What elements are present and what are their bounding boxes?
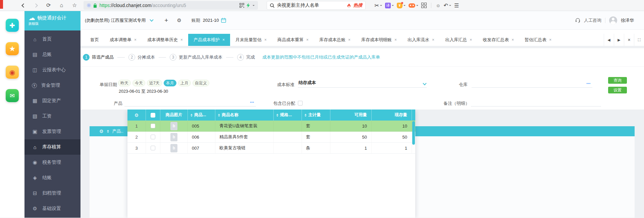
theme-sun-icon[interactable]: ☼ <box>436 2 441 8</box>
step-finish[interactable]: 4完成 <box>237 54 255 61</box>
include-allocated-checkbox[interactable] <box>298 101 303 105</box>
tab-in-out-flow[interactable]: 出入库流水× <box>402 34 440 46</box>
col-available-qty[interactable]: 可用量 <box>355 112 367 118</box>
company-name[interactable]: (勿删勿禁用) 江西服宝测试专用 <box>85 17 146 23</box>
pill-yesterday[interactable]: 昨天 <box>118 80 131 86</box>
tab-in-out-summary[interactable]: 出入库汇总× <box>440 34 477 46</box>
weibo-icon[interactable]: ◉ <box>6 66 19 79</box>
forward-icon[interactable] <box>34 3 38 8</box>
wallet-tool[interactable]: ¥ <box>397 3 406 8</box>
sort-icon[interactable] <box>107 129 109 134</box>
sort-icon[interactable] <box>276 113 278 118</box>
query-button[interactable]: 查询 <box>608 77 627 84</box>
scroll-tabs-left-icon[interactable]: ◀ <box>604 34 614 46</box>
close-icon[interactable]: × <box>348 38 351 42</box>
pill-this-month[interactable]: 本月 <box>164 80 176 86</box>
close-icon[interactable]: × <box>264 38 267 42</box>
period-value[interactable]: 2021-10 <box>203 18 219 23</box>
account-gear-icon[interactable]: ⚙ <box>177 17 181 23</box>
browser-search-box[interactable]: 央视更新主持人名单 热搜 <box>267 1 366 10</box>
product-picker-ellipsis[interactable]: ⋯ <box>250 100 255 105</box>
pill-last7days[interactable]: 近7天 <box>147 80 162 86</box>
col-product-code[interactable]: 商品... <box>194 112 206 118</box>
tab-inventory-cost-detail[interactable]: 库存成本明细账× <box>356 34 402 46</box>
select-all-checkbox[interactable] <box>151 113 155 118</box>
sidebar-item-cloud-reports[interactable]: ◫云报表中心 <box>24 62 80 78</box>
sort-icon[interactable] <box>191 113 193 118</box>
avatar[interactable] <box>609 16 617 24</box>
hot-search-badge[interactable]: 热搜 <box>353 2 362 8</box>
row-checkbox[interactable] <box>151 124 155 128</box>
row-checkbox[interactable] <box>151 146 155 150</box>
close-icon[interactable]: × <box>134 38 137 42</box>
support-link[interactable]: 人工咨询 <box>584 17 601 23</box>
sidebar-item-tax[interactable]: ◉税务管理 <box>24 155 80 170</box>
sidebar-item-home[interactable]: ⌂首页 <box>24 31 80 47</box>
company-dropdown-icon[interactable] <box>150 18 154 21</box>
sidebar-item-inventory[interactable]: ⌂库存核算 <box>24 139 80 155</box>
tab-home[interactable]: 首页 <box>85 34 104 46</box>
close-all-tabs-icon[interactable]: ✕ <box>624 34 634 46</box>
col-product-name[interactable]: 商品名称 <box>222 112 238 118</box>
tab-inventory-cost-ledger[interactable]: 库存成本总账× <box>314 34 356 46</box>
scroll-tabs-right-icon[interactable]: ▶ <box>614 34 624 46</box>
tab-cost-adjustment[interactable]: 成本调整单× <box>104 34 142 46</box>
sidebar-item-funds[interactable]: ¥资金管理 <box>24 78 80 93</box>
user-name[interactable]: 徐泽华 <box>621 17 634 23</box>
step-allocate-cost[interactable]: 2分摊成本 <box>128 54 155 61</box>
sidebar-item-archive[interactable]: ⊟归档管理 <box>24 186 80 201</box>
tab-receipt-dispatch-summary[interactable]: 收发存汇总表× <box>477 34 519 46</box>
table-row[interactable]: 2 b 006 精品茶具5件套 套 50 50 <box>127 132 415 143</box>
product-input[interactable]: ⋯ <box>124 98 256 106</box>
warehouse-picker-ellipsis[interactable]: ⋯ <box>586 81 591 86</box>
column-gear-icon[interactable]: ⚙ <box>135 113 139 118</box>
sidebar-item-general-ledger[interactable]: ▤总账 <box>24 47 80 62</box>
mail-icon[interactable]: ✉ <box>6 89 19 102</box>
translate-tool[interactable]: 译 <box>385 3 394 8</box>
address-dropdown-icon[interactable] <box>253 5 255 7</box>
lightning-icon[interactable] <box>247 3 250 8</box>
table-row[interactable]: 3 b 007 欧美复古项链 条 1 1 <box>127 143 415 154</box>
pill-last-month[interactable]: 上月 <box>178 80 191 86</box>
extension-dot-icon[interactable] <box>87 3 91 7</box>
close-icon[interactable]: × <box>306 38 309 42</box>
pill-custom[interactable]: 自定义 <box>193 80 209 86</box>
calendar-icon[interactable] <box>221 18 226 23</box>
bookmark-star-icon[interactable]: ☆ <box>72 3 77 8</box>
row-checkbox[interactable] <box>151 135 155 139</box>
home-icon[interactable]: ⌂ <box>60 3 63 8</box>
close-icon[interactable]: × <box>394 38 397 42</box>
fullscreen-icon[interactable]: ⛶ <box>634 34 644 46</box>
tab-product-cost-maintenance[interactable]: 产品成本维护× <box>188 34 230 46</box>
tab-goods-cost-recalc[interactable]: 商品成本重算× <box>272 34 314 46</box>
sort-icon[interactable] <box>218 113 220 118</box>
history-tool[interactable]: ↶ <box>444 2 451 9</box>
chanjet-app-icon[interactable]: ✚ <box>6 19 19 32</box>
apps-grid-icon[interactable] <box>421 3 427 8</box>
warehouse-input[interactable]: ⋯ <box>472 79 592 88</box>
back-icon[interactable] <box>21 3 26 8</box>
favorites-star-icon[interactable]: ★ <box>6 42 19 55</box>
column-gear-icon[interactable]: ⚙ <box>99 129 104 134</box>
qr-code-icon[interactable] <box>239 3 244 8</box>
tab-month-end-estimate[interactable]: 月末批量暂估× <box>230 34 272 46</box>
settings-button[interactable]: 设置 <box>608 87 627 93</box>
add-account-button[interactable]: + <box>164 17 168 24</box>
clip-tool[interactable]: ✂ <box>374 2 382 9</box>
step-filter-products[interactable]: 1筛选产成品 <box>83 54 114 61</box>
close-icon[interactable]: × <box>549 38 551 42</box>
menu-hamburger-icon[interactable]: ☰ <box>454 2 459 9</box>
close-icon[interactable]: × <box>222 38 225 42</box>
table-row[interactable]: 1 b 005 青花瓷U盘钢笔套装 套 10 10 <box>127 121 415 132</box>
tab-cost-adjustment-history[interactable]: 成本调整单历史× <box>142 34 188 46</box>
sidebar-item-invoices[interactable]: ▣发票管理 <box>24 124 80 139</box>
close-icon[interactable]: × <box>470 38 472 42</box>
sort-icon[interactable] <box>305 113 307 118</box>
remark-input[interactable] <box>471 98 601 106</box>
close-icon[interactable]: × <box>180 38 183 42</box>
close-icon[interactable]: × <box>512 38 514 42</box>
tab-estimate-summary[interactable]: 暂估汇总表× <box>519 34 557 46</box>
sidebar-item-settings[interactable]: ⚙基础设置 <box>24 201 80 216</box>
date-range-value[interactable]: 2023-06-01 至 2023-06-30 <box>119 89 168 94</box>
sidebar-item-closing[interactable]: ◈结账 <box>24 170 80 186</box>
